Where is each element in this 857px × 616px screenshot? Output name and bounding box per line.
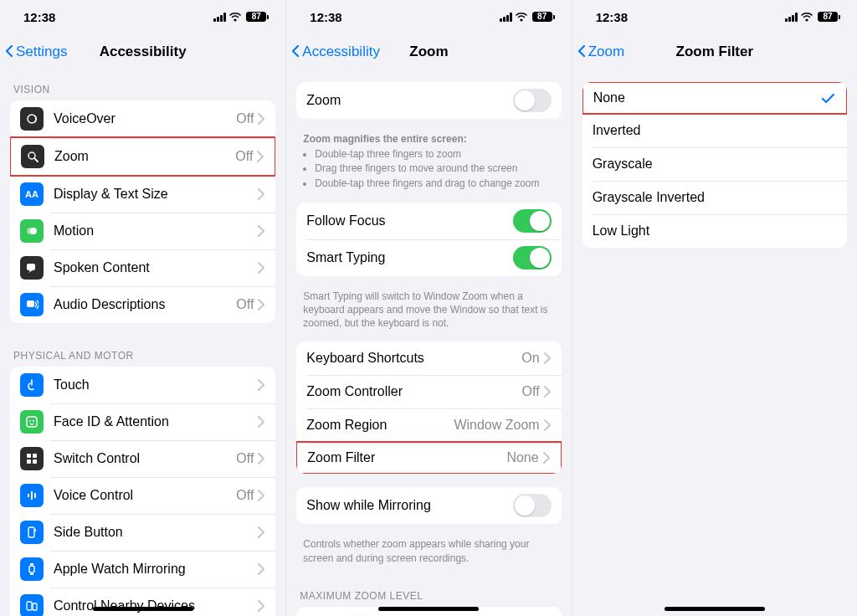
svg-rect-24 <box>33 603 37 610</box>
status-icons: 87 <box>500 12 555 22</box>
option-low-light[interactable]: Low Light <box>582 214 847 248</box>
row-spoken-content[interactable]: Spoken Content <box>10 249 275 286</box>
nav-header: Accessibility Zoom <box>286 33 571 70</box>
row-voiceover[interactable]: VoiceOver Off <box>10 100 275 137</box>
toggle-smart-typing[interactable] <box>513 246 552 270</box>
row-detail: Window Zoom <box>454 418 539 433</box>
chevron-right-icon <box>257 113 265 125</box>
row-label: Touch <box>54 377 257 393</box>
svg-rect-15 <box>28 494 29 497</box>
page-title: Zoom <box>409 44 448 60</box>
row-switch-control[interactable]: Switch Control Off <box>10 440 275 477</box>
option-grayscale[interactable]: Grayscale <box>582 147 847 181</box>
svg-rect-22 <box>30 573 33 575</box>
cellular-icon <box>500 13 512 22</box>
content-scroll[interactable]: Zoom Zoom magnifies the entire screen: D… <box>286 70 571 616</box>
svg-rect-7 <box>27 300 34 307</box>
row-watch-mirroring[interactable]: Apple Watch Mirroring <box>10 551 275 588</box>
row-side-button[interactable]: Side Button <box>10 514 275 551</box>
option-label: Low Light <box>593 223 837 239</box>
back-button[interactable]: Accessibility <box>291 33 380 70</box>
chevron-right-icon <box>257 416 265 428</box>
motion-icon <box>20 219 44 243</box>
screen-zoom-filter: 12:38 87 Zoom Zoom Filter None Inverted <box>572 0 857 616</box>
row-zoom-controller[interactable]: Zoom Controller Off <box>296 375 561 408</box>
svg-rect-14 <box>33 459 37 464</box>
chevron-right-icon <box>257 379 265 391</box>
spoken-icon <box>20 256 44 280</box>
nav-header: Settings Accessibility <box>0 33 285 70</box>
group-vision: VoiceOver Off Zoom Off AA Display & Text… <box>10 100 275 323</box>
chevron-right-icon <box>543 386 552 398</box>
page-title: Accessibility <box>100 44 187 60</box>
chevron-right-icon <box>257 526 265 538</box>
battery-icon: 87 <box>532 12 555 22</box>
row-keyboard-shortcuts[interactable]: Keyboard Shortcuts On <box>296 341 561 375</box>
home-indicator[interactable] <box>378 607 479 611</box>
row-label: Motion <box>54 223 257 239</box>
row-smart-typing[interactable]: Smart Typing <box>296 239 561 276</box>
back-button[interactable]: Zoom <box>577 33 624 70</box>
toggle-zoom[interactable] <box>513 89 552 112</box>
wifi-icon <box>229 13 243 22</box>
chevron-right-icon <box>257 225 265 237</box>
row-zoom-filter[interactable]: Zoom Filter None <box>296 441 561 474</box>
svg-text:AA: AA <box>25 189 38 199</box>
row-motion[interactable]: Motion <box>10 213 275 249</box>
option-inverted[interactable]: Inverted <box>582 114 847 147</box>
home-indicator[interactable] <box>93 607 193 611</box>
nav-header: Zoom Zoom Filter <box>572 33 857 70</box>
row-face-id[interactable]: Face ID & Attention <box>10 403 275 440</box>
toggle-follow-focus[interactable] <box>513 209 552 233</box>
chevron-right-icon <box>543 419 552 431</box>
row-label: Voice Control <box>54 488 236 503</box>
cellular-icon <box>213 13 226 22</box>
svg-rect-13 <box>27 459 31 464</box>
row-label: Side Button <box>54 525 257 540</box>
row-zoom[interactable]: Zoom Off <box>10 136 275 177</box>
option-label: Inverted <box>593 123 837 138</box>
back-button[interactable]: Settings <box>5 33 67 70</box>
row-label: Control Nearby Devices <box>54 598 257 613</box>
status-bar: 12:38 87 <box>572 0 857 33</box>
svg-rect-18 <box>28 527 34 537</box>
row-nearby-devices[interactable]: Control Nearby Devices <box>10 588 275 616</box>
svg-rect-17 <box>34 493 36 498</box>
back-label: Zoom <box>588 44 624 60</box>
row-voice-control[interactable]: Voice Control Off <box>10 477 275 514</box>
status-time: 12:38 <box>596 10 628 24</box>
svg-rect-12 <box>33 454 37 458</box>
row-zoom-region[interactable]: Zoom Region Window Zoom <box>296 408 561 442</box>
checkmark-icon <box>821 92 836 104</box>
option-label: Grayscale <box>593 157 837 172</box>
option-grayscale-inverted[interactable]: Grayscale Inverted <box>582 181 847 214</box>
chevron-right-icon <box>542 452 551 464</box>
group-mirroring: Show while Mirroring <box>296 487 561 524</box>
svg-rect-19 <box>35 529 37 531</box>
row-label: Zoom Controller <box>306 384 521 399</box>
page-title: Zoom Filter <box>676 44 754 60</box>
chevron-left-icon <box>291 45 301 59</box>
chevron-right-icon <box>543 352 552 364</box>
option-none[interactable]: None <box>582 82 847 115</box>
chevron-right-icon <box>257 453 265 465</box>
row-detail: Off <box>522 384 540 399</box>
toggle-mirroring[interactable] <box>513 494 552 517</box>
status-time: 12:38 <box>23 10 55 24</box>
row-detail: Off <box>236 111 254 126</box>
row-display-text-size[interactable]: AA Display & Text Size <box>10 176 275 213</box>
content-scroll[interactable]: VISION VoiceOver Off Zoom Off <box>0 70 285 616</box>
home-indicator[interactable] <box>665 607 765 611</box>
row-zoom-toggle[interactable]: Zoom <box>296 82 561 119</box>
row-audio-descriptions[interactable]: Audio Descriptions Off <box>10 286 275 323</box>
svg-rect-23 <box>27 602 32 610</box>
row-touch[interactable]: Touch <box>10 367 275 403</box>
row-show-while-mirroring[interactable]: Show while Mirroring <box>296 487 561 524</box>
content-scroll[interactable]: None Inverted Grayscale Grayscale Invert… <box>572 70 857 616</box>
section-label-vision: VISION <box>0 70 285 100</box>
row-label: Apple Watch Mirroring <box>54 562 257 577</box>
row-follow-focus[interactable]: Follow Focus <box>296 203 561 239</box>
row-detail: Off <box>236 297 254 312</box>
row-label: Smart Typing <box>306 250 512 265</box>
battery-icon: 87 <box>246 12 269 22</box>
